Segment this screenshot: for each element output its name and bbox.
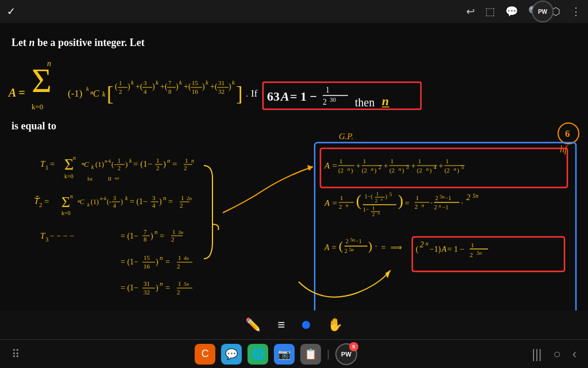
svg-text:A =: A = bbox=[324, 198, 338, 208]
svg-text:n: n bbox=[378, 211, 380, 216]
svg-text:A =: A = bbox=[324, 243, 336, 252]
svg-text:4: 4 bbox=[144, 88, 147, 95]
hand-icon[interactable]: ✋ bbox=[327, 317, 343, 332]
svg-text:1−: 1− bbox=[363, 206, 369, 213]
svg-text:(-: (- bbox=[107, 198, 111, 206]
svg-text:k: k bbox=[129, 158, 132, 164]
svg-text:1: 1 bbox=[418, 158, 421, 164]
nav-bars-icon[interactable]: ||| bbox=[532, 347, 541, 362]
svg-text:2: 2 bbox=[415, 203, 418, 210]
menu-icon[interactable]: ≡ bbox=[278, 317, 285, 332]
svg-text:(2: (2 bbox=[362, 167, 367, 174]
svg-text:n: n bbox=[426, 166, 429, 172]
svg-text:1: 1 bbox=[326, 86, 330, 94]
nav-home-icon[interactable]: ○ bbox=[553, 347, 560, 362]
math-content-svg: Let n be a positive integer. Let Σ n k=0… bbox=[0, 23, 588, 334]
svg-text:+(: +( bbox=[184, 82, 191, 91]
svg-text:k=0: k=0 bbox=[32, 102, 43, 111]
svg-text:(2: (2 bbox=[338, 167, 343, 174]
svg-text:1: 1 bbox=[372, 205, 375, 211]
svg-text:): ) bbox=[163, 159, 166, 169]
svg-text:=: = bbox=[165, 258, 170, 266]
svg-text:2: 2 bbox=[378, 164, 381, 170]
svg-text:= 1 −: = 1 − bbox=[290, 89, 317, 103]
svg-text:1: 1 bbox=[178, 280, 181, 287]
svg-text:3: 3 bbox=[152, 194, 156, 201]
svg-text:): ) bbox=[351, 167, 353, 174]
svg-text:nd: nd bbox=[115, 176, 119, 181]
svg-text:+: + bbox=[356, 162, 361, 170]
app-icon-chat[interactable]: 💬 bbox=[221, 344, 242, 365]
toolbar-top: ✏️ ≡ ✋ bbox=[0, 310, 588, 339]
pw-badge-count: 5 bbox=[349, 342, 358, 351]
separator: | bbox=[327, 348, 330, 360]
nav-icons-left: ⠿ bbox=[11, 347, 20, 361]
svg-text:(: ( bbox=[356, 191, 361, 209]
toolbar-bottom: ⠿ C 💬 🌐 📷 📋 | PW 5 ||| ○ ‹ bbox=[0, 339, 588, 368]
svg-text:+(: +( bbox=[160, 82, 168, 91]
svg-text:): ) bbox=[430, 167, 432, 174]
svg-text:+(: +( bbox=[136, 82, 143, 91]
svg-text:1: 1 bbox=[363, 158, 366, 164]
app-icon-c[interactable]: C bbox=[195, 344, 215, 365]
svg-text:2: 2 bbox=[119, 88, 122, 95]
svg-text:7: 7 bbox=[168, 79, 172, 86]
nav-back-icon[interactable]: ‹ bbox=[572, 347, 577, 362]
svg-text:(2: (2 bbox=[444, 167, 450, 174]
svg-text:31: 31 bbox=[144, 280, 150, 287]
svg-text:= (1−: = (1− bbox=[121, 232, 138, 241]
copy-icon[interactable]: ⬚ bbox=[485, 5, 495, 18]
status-left: ✓ bbox=[7, 5, 16, 18]
app-icon-camera[interactable]: 📷 bbox=[274, 344, 295, 365]
undo-icon[interactable]: ↩ bbox=[466, 5, 475, 18]
svg-text:n: n bbox=[346, 202, 349, 208]
svg-text:=: = bbox=[50, 159, 55, 168]
comment-icon[interactable]: 💬 bbox=[505, 5, 518, 18]
svg-text:Σ: Σ bbox=[64, 155, 74, 173]
svg-text:3: 3 bbox=[45, 236, 49, 243]
svg-text:5: 5 bbox=[389, 191, 392, 197]
dot-indicator[interactable] bbox=[302, 321, 310, 329]
svg-text:ⁿC: ⁿC bbox=[78, 198, 85, 206]
svg-text:): ) bbox=[368, 239, 372, 253]
pencil-icon[interactable]: ✏️ bbox=[245, 317, 261, 332]
svg-text:A =: A = bbox=[324, 161, 338, 170]
svg-text:=: = bbox=[165, 283, 170, 292]
svg-text:8: 8 bbox=[168, 88, 172, 95]
svg-text:n: n bbox=[47, 59, 51, 68]
svg-text:=: = bbox=[405, 199, 409, 208]
svg-text:1: 1 bbox=[416, 194, 419, 201]
app-icon-clip[interactable]: 📋 bbox=[300, 344, 321, 365]
svg-text:n: n bbox=[191, 158, 194, 164]
more-icon[interactable]: ⋮ bbox=[571, 5, 581, 18]
svg-text:2: 2 bbox=[420, 240, 424, 249]
svg-text:= (1−: = (1− bbox=[121, 258, 138, 267]
checkmark-icon: ✓ bbox=[7, 5, 16, 18]
pw-badge[interactable]: PW 5 bbox=[335, 343, 357, 365]
svg-text:15: 15 bbox=[144, 254, 150, 261]
svg-text:= (1−: = (1− bbox=[130, 197, 148, 206]
svg-text:(: ( bbox=[115, 82, 118, 91]
svg-text:4: 4 bbox=[113, 202, 116, 209]
svg-text:5n: 5n bbox=[473, 193, 478, 199]
svg-text:1: 1 bbox=[156, 157, 160, 164]
svg-text:−1): −1) bbox=[430, 245, 441, 254]
svg-text:⟹: ⟹ bbox=[390, 243, 402, 252]
svg-text:32: 32 bbox=[144, 289, 150, 296]
svg-text:): ) bbox=[457, 167, 459, 174]
app-icon-globe[interactable]: 🌐 bbox=[247, 344, 268, 365]
svg-text:1−(: 1−( bbox=[365, 193, 373, 200]
grid-icon[interactable]: ⠿ bbox=[11, 347, 20, 361]
svg-rect-237 bbox=[412, 237, 564, 271]
svg-text:63: 63 bbox=[267, 89, 280, 103]
svg-text:16: 16 bbox=[192, 88, 199, 95]
svg-text:2: 2 bbox=[375, 198, 378, 204]
svg-text:A =: A = bbox=[7, 86, 25, 99]
svg-text:(-1): (-1) bbox=[68, 88, 82, 99]
svg-text:2: 2 bbox=[323, 98, 327, 106]
svg-text:2: 2 bbox=[346, 238, 349, 244]
svg-text:[: [ bbox=[107, 83, 114, 105]
svg-text:1: 1 bbox=[181, 194, 184, 201]
svg-text:1: 1 bbox=[446, 158, 449, 164]
svg-text:k: k bbox=[102, 90, 106, 98]
